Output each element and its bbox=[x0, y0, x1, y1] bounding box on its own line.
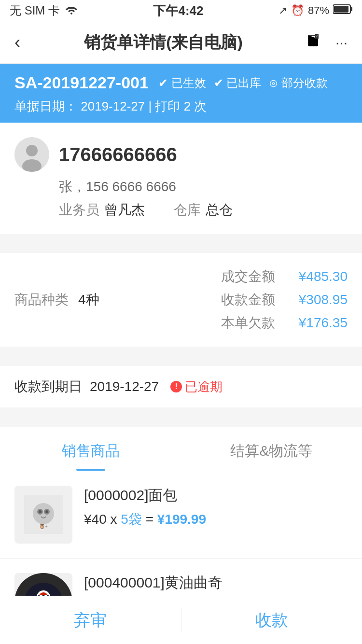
order-date: 2019-12-27 bbox=[81, 99, 145, 113]
list-item: 🦉+ [0000002]面包 ¥40 x 5袋 = ¥199.99 bbox=[0, 471, 362, 559]
customer-main: 17666666666 bbox=[14, 137, 348, 172]
battery-text: 87% bbox=[308, 4, 329, 17]
warehouse-info: 仓库 总仓 bbox=[174, 201, 233, 219]
status-time: 下午4:42 bbox=[153, 2, 203, 19]
status-left: 无 SIM 卡 bbox=[10, 3, 78, 18]
customer-phone: 张，156 6666 6666 bbox=[59, 178, 348, 196]
debt-value: ¥176.35 bbox=[290, 315, 348, 331]
badge-partial: ⊙ 部分收款 bbox=[269, 75, 328, 91]
collect-payment-button[interactable]: 收款 bbox=[181, 600, 362, 641]
bottom-bar: 弃审 收款 bbox=[0, 596, 362, 644]
svg-rect-2 bbox=[334, 6, 348, 13]
divider1 bbox=[0, 243, 362, 253]
print-info: | 打印 2 次 bbox=[148, 99, 207, 113]
status-bar: 无 SIM 卡 下午4:42 ↗ ⏰ 87% bbox=[0, 0, 362, 21]
category-value: 4种 bbox=[78, 291, 99, 309]
tab-settlement[interactable]: 结算&物流等 bbox=[181, 427, 362, 471]
badge-shipped: ✔ 已出库 bbox=[214, 75, 262, 91]
battery-icon bbox=[333, 4, 352, 17]
stats-section: 商品种类 4种 成交金额 ¥485.30 收款金额 ¥308.95 本单欠款 ¥… bbox=[0, 253, 362, 347]
more-icon[interactable]: ··· bbox=[335, 34, 348, 51]
price-qty-1: 5袋 bbox=[121, 512, 142, 527]
location-icon: ↗ bbox=[278, 4, 287, 17]
date-label: 单据日期： bbox=[14, 99, 77, 113]
avatar bbox=[14, 137, 49, 172]
collected-row: 收款金额 ¥308.95 bbox=[221, 291, 348, 309]
badge-effective: ✔ 已生效 bbox=[158, 75, 206, 91]
order-banner: SA-20191227-001 ✔ 已生效 ✔ 已出库 ⊙ 部分收款 单据日期：… bbox=[0, 64, 362, 123]
due-section: 收款到期日 2019-12-27 ! 已逾期 bbox=[0, 366, 362, 407]
back-button[interactable]: ‹ bbox=[14, 32, 20, 53]
share-icon[interactable] bbox=[306, 33, 321, 51]
due-label: 收款到期日 bbox=[14, 378, 82, 396]
tabs-section: 销售商品 结算&物流等 bbox=[0, 427, 362, 471]
overdue-badge: ! 已逾期 bbox=[170, 378, 223, 395]
stats-left: 商品种类 4种 bbox=[14, 267, 99, 332]
category-label: 商品种类 bbox=[14, 291, 69, 309]
reject-button[interactable]: 弃审 bbox=[0, 600, 181, 641]
amount-value: ¥485.30 bbox=[290, 269, 348, 284]
carrier-text: 无 SIM 卡 bbox=[10, 3, 60, 18]
divider3 bbox=[0, 417, 362, 427]
debt-row: 本单欠款 ¥176.35 bbox=[221, 314, 348, 332]
alarm-icon: ⏰ bbox=[291, 4, 304, 17]
customer-name: 17666666666 bbox=[59, 144, 177, 166]
order-date-row: 单据日期： 2019-12-27 | 打印 2 次 bbox=[14, 98, 348, 115]
customer-section: 17666666666 张，156 6666 6666 业务员 曾凡杰 仓库 总… bbox=[0, 123, 362, 234]
svg-rect-1 bbox=[350, 7, 352, 11]
order-id: SA-20191227-001 bbox=[14, 73, 149, 92]
nav-actions: ··· bbox=[306, 33, 348, 51]
sales-label: 业务员 bbox=[59, 201, 99, 219]
nav-bar: ‹ 销货单详情(来自电脑) ··· bbox=[0, 21, 362, 64]
svg-point-12 bbox=[45, 510, 48, 513]
sales-name: 曾凡杰 bbox=[104, 201, 145, 219]
amount-label: 成交金额 bbox=[221, 267, 275, 286]
order-id-row: SA-20191227-001 ✔ 已生效 ✔ 已出库 ⊙ 部分收款 bbox=[14, 73, 348, 92]
divider2 bbox=[0, 356, 362, 366]
tab-sales-products[interactable]: 销售商品 bbox=[0, 427, 181, 471]
wifi-icon bbox=[65, 4, 78, 17]
price-base-1: ¥40 bbox=[84, 512, 107, 527]
svg-point-11 bbox=[39, 510, 42, 513]
svg-text:🦉+: 🦉+ bbox=[39, 523, 48, 530]
product-name-2: [000400001]黄油曲奇 bbox=[84, 573, 348, 593]
customer-meta: 业务员 曾凡杰 仓库 总仓 bbox=[59, 201, 348, 219]
warehouse-name: 总仓 bbox=[206, 201, 233, 219]
due-date: 2019-12-27 bbox=[90, 379, 159, 394]
overdue-dot-icon: ! bbox=[170, 381, 182, 392]
product-thumbnail-1: 🦉+ bbox=[14, 486, 72, 544]
price-total-1: ¥199.99 bbox=[157, 512, 206, 527]
page-title: 销货单详情(来自电脑) bbox=[84, 31, 243, 54]
svg-point-5 bbox=[26, 145, 38, 156]
sales-info: 业务员 曾凡杰 bbox=[59, 201, 145, 219]
tabs: 销售商品 结算&物流等 bbox=[0, 427, 362, 471]
collected-value: ¥308.95 bbox=[290, 292, 348, 308]
stats-grid: 商品种类 4种 成交金额 ¥485.30 收款金额 ¥308.95 本单欠款 ¥… bbox=[14, 267, 348, 332]
product-info-1: [0000002]面包 ¥40 x 5袋 = ¥199.99 bbox=[84, 486, 348, 529]
stats-right: 成交金额 ¥485.30 收款金额 ¥308.95 本单欠款 ¥176.35 bbox=[221, 267, 348, 332]
status-badges: ✔ 已生效 ✔ 已出库 ⊙ 部分收款 bbox=[158, 75, 328, 91]
collected-label: 收款金额 bbox=[221, 291, 275, 309]
warehouse-label: 仓库 bbox=[174, 201, 201, 219]
debt-label: 本单欠款 bbox=[221, 314, 275, 332]
svg-point-8 bbox=[33, 503, 54, 524]
product-price-1: ¥40 x 5袋 = ¥199.99 bbox=[84, 510, 348, 529]
amount-row: 成交金额 ¥485.30 bbox=[221, 267, 348, 286]
status-right: ↗ ⏰ 87% bbox=[278, 4, 352, 17]
overdue-text: 已逾期 bbox=[185, 378, 223, 395]
product-name-1: [0000002]面包 bbox=[84, 486, 348, 505]
